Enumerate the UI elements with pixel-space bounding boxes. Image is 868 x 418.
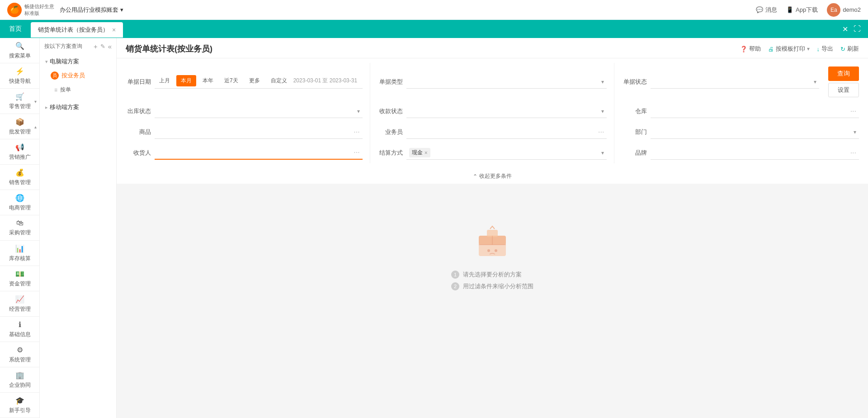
close-window-icon[interactable]: ✕ xyxy=(842,25,848,33)
stockstatus-select[interactable]: ▾ xyxy=(155,104,363,118)
tab-salesperson-report[interactable]: 销货单统计表（按业务员） × xyxy=(31,22,123,38)
brand-label: 品牌 xyxy=(622,149,647,157)
enterprise-icon: 🏢 xyxy=(15,371,24,380)
sidebar-item-search-menu[interactable]: 🔍 搜索菜单 xyxy=(0,38,39,63)
filter-warehouse-field: 仓库 ··· xyxy=(614,101,859,122)
scheme-group-mobile: ▸ 移动端方案 xyxy=(40,99,116,116)
date-btn-thisyear[interactable]: 本年 xyxy=(198,75,218,86)
marketing-icon: 📢 xyxy=(15,143,24,152)
basic-info-icon: ℹ xyxy=(19,320,21,329)
sidebar-item-quick-nav[interactable]: ⚡ 快捷导航 xyxy=(0,63,39,89)
tab-bar-actions: ✕ ⛶ xyxy=(842,25,868,33)
chevron-right-icon: ▸ xyxy=(45,104,48,110)
more-dots-icon[interactable]: ··· xyxy=(850,107,856,115)
warehouse-label: 仓库 xyxy=(622,107,647,115)
tab-close-icon[interactable]: × xyxy=(112,26,116,33)
system-icon: ⚙ xyxy=(17,346,23,354)
sidebar-item-marketing[interactable]: 📢 营销推广 xyxy=(0,139,39,165)
settings-button[interactable]: 设置 xyxy=(828,83,859,97)
empty-state-icon xyxy=(470,220,515,265)
export-button[interactable]: ↓ 导出 xyxy=(817,45,834,53)
more-dots-icon[interactable]: ··· xyxy=(850,149,856,157)
sidebar-item-system[interactable]: ⚙ 系统管理 xyxy=(0,342,39,367)
collapse-button[interactable]: ⌃ 收起更多条件 xyxy=(467,171,517,182)
date-btn-lastmonth[interactable]: 上月 xyxy=(155,75,175,86)
docstatus-label: 单据状态 xyxy=(622,78,647,86)
more-dots-icon[interactable]: ··· xyxy=(354,148,359,157)
tip-num-1: 1 xyxy=(451,271,459,279)
settlement-select[interactable]: 现金 × ▾ xyxy=(406,146,607,160)
collapse-icon: ⌃ xyxy=(473,173,477,180)
filter-date-field: 单据日期 上月 本月 本年 近7天 更多 自定义 2023-03-01 至 20… xyxy=(126,63,370,101)
more-dots-icon[interactable]: ··· xyxy=(598,128,604,136)
date-btn-7days[interactable]: 近7天 xyxy=(220,75,243,86)
purchase-icon: 🛍 xyxy=(16,219,24,227)
print-icon: 🖨 xyxy=(768,46,774,52)
tab-home[interactable]: 首页 xyxy=(0,20,31,38)
page-header: 销货单统计表(按业务员) ❓ 帮助 🖨 按模板打印 ▾ ↓ 导出 xyxy=(117,38,868,58)
export-icon: ↓ xyxy=(817,46,820,52)
scheme-item-by-salesperson[interactable]: 员 按业务员 xyxy=(40,68,116,83)
message-button[interactable]: 💬 消息 xyxy=(756,6,777,14)
sidebar-item-ecommerce[interactable]: 🌐 电商管理 xyxy=(0,190,39,215)
sidebar-item-retail[interactable]: 🛒 零售管理 ▾ xyxy=(0,89,39,114)
chevron-down-icon: ▾ xyxy=(45,59,48,65)
tabbar: 首页 销货单统计表（按业务员） × ✕ ⛶ xyxy=(0,20,868,38)
query-panel-header: 按以下方案查询 + ✎ « xyxy=(40,38,116,53)
salesperson-label: 业务员 xyxy=(377,128,403,136)
empty-tips: 1 请先选择要分析的方案 2 用过滤条件来缩小分析范围 xyxy=(451,271,533,290)
filter-doctype-field: 单据类型 ▾ xyxy=(370,63,615,101)
svg-point-5 xyxy=(487,249,490,252)
collapse-panel-icon[interactable]: « xyxy=(108,43,112,50)
empty-tip-1: 1 请先选择要分析的方案 xyxy=(451,271,533,279)
search-button[interactable]: 查询 xyxy=(828,66,859,81)
wholesale-icon: 📦 xyxy=(15,118,24,126)
maximize-icon[interactable]: ⛶ xyxy=(854,25,861,33)
avatar: Ea xyxy=(827,3,840,17)
add-scheme-icon[interactable]: + xyxy=(94,43,98,50)
sidebar-item-operations[interactable]: 📈 经营管理 xyxy=(0,291,39,317)
app-download-button[interactable]: 📱 App下载 xyxy=(786,6,818,14)
sidebar-item-sales[interactable]: 💰 销售管理 xyxy=(0,165,39,190)
consignee-input[interactable]: ··· xyxy=(155,146,363,160)
date-btn-thismonth[interactable]: 本月 xyxy=(176,75,196,86)
order-scheme-icon: ≡ xyxy=(54,87,57,93)
sidebar-item-inventory[interactable]: 📊 库存核算 xyxy=(0,241,39,266)
dept-select[interactable]: ▾ xyxy=(651,125,859,139)
product-label: 商品 xyxy=(126,128,151,136)
date-btn-custom[interactable]: 自定义 xyxy=(266,75,292,86)
sidebar-item-basic-info[interactable]: ℹ 基础信息 xyxy=(0,317,39,342)
sidebar-item-finance[interactable]: 💵 资金管理 xyxy=(0,266,39,291)
date-label: 单据日期 xyxy=(126,78,151,86)
sidebar-item-wholesale[interactable]: 📦 批发管理 ▴ xyxy=(0,114,39,139)
help-button[interactable]: ❓ 帮助 xyxy=(740,45,761,53)
filter-salesperson-field: 业务员 ··· xyxy=(370,122,615,142)
scheme-group-desktop-header[interactable]: ▾ 电脑端方案 xyxy=(40,55,116,68)
doctype-select[interactable]: ▾ xyxy=(406,75,607,89)
topbar: 🍊 畅捷信好生意 标准版 办公用品行业模拟账套 ▾ 💬 消息 📱 App下载 xyxy=(0,0,868,20)
scheme-group-mobile-header[interactable]: ▸ 移动端方案 xyxy=(40,100,116,114)
sidebar-item-newbie[interactable]: 🎓 新手引导 xyxy=(0,393,39,418)
sidebar-item-enterprise[interactable]: 🏢 企业协同 xyxy=(0,367,39,393)
page-actions: ❓ 帮助 🖨 按模板打印 ▾ ↓ 导出 ↻ 刷新 xyxy=(740,45,859,53)
settlement-tag-close[interactable]: × xyxy=(425,150,428,156)
refresh-button[interactable]: ↻ 刷新 xyxy=(840,45,859,53)
more-dots-icon[interactable]: ··· xyxy=(354,128,359,136)
refresh-icon: ↻ xyxy=(840,46,845,52)
warehouse-select[interactable]: ··· xyxy=(651,104,859,118)
brand-select[interactable]: ··· xyxy=(651,146,859,160)
docstatus-select[interactable]: ▾ xyxy=(651,75,819,89)
scheme-group-desktop: ▾ 电脑端方案 员 按业务员 ≡ 按单 xyxy=(40,53,116,99)
topbar-right: 💬 消息 📱 App下载 Ea demo2 xyxy=(756,3,861,17)
scheme-item-by-order[interactable]: ≡ 按单 xyxy=(40,83,116,97)
template-print-button[interactable]: 🖨 按模板打印 ▾ xyxy=(768,45,810,53)
sidebar-item-purchase[interactable]: 🛍 采购管理 xyxy=(0,215,39,241)
account-dropdown[interactable]: 办公用品行业模拟账套 ▾ xyxy=(60,6,123,14)
salesperson-select[interactable]: ··· xyxy=(406,125,607,139)
product-select[interactable]: ··· xyxy=(155,125,363,139)
collectstatus-select[interactable]: ▾ xyxy=(406,104,607,118)
retail-icon: 🛒 xyxy=(15,92,24,101)
date-btn-more[interactable]: 更多 xyxy=(245,75,264,86)
edit-scheme-icon[interactable]: ✎ xyxy=(100,43,105,50)
user-avatar-button[interactable]: Ea demo2 xyxy=(827,3,861,17)
